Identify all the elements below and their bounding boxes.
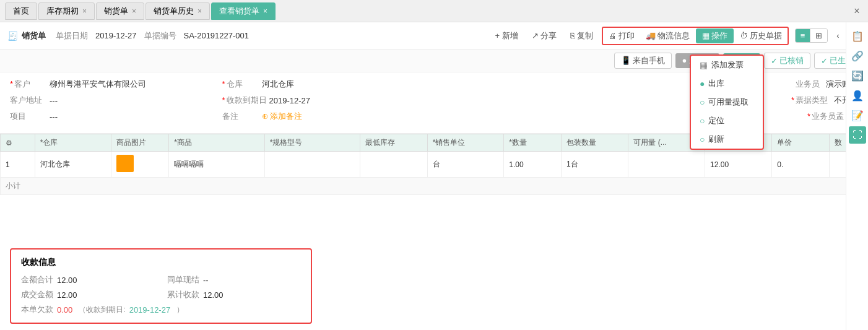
payment-section: 收款信息 金额合计 12.00 同单现结 -- 成交金额 12.00 bbox=[10, 248, 312, 324]
col-settings[interactable]: ⚙ bbox=[1, 134, 35, 152]
product-image bbox=[116, 155, 134, 172]
bottom-right bbox=[322, 242, 868, 330]
table-row: 1 河北仓库 嗝嗝嗝嗝 台 1.00 1台 12.00 0. bbox=[1, 152, 868, 178]
warehouse-value: 河北仓库 bbox=[262, 79, 294, 90]
payment-title: 收款信息 bbox=[21, 257, 301, 268]
project-field: 项目 --- bbox=[10, 111, 222, 122]
cell-product: 嗝嗝嗝嗝 bbox=[169, 152, 265, 178]
date-value: 2019-12-27 bbox=[95, 31, 137, 40]
available-icon: ○ bbox=[700, 97, 705, 107]
print-op-wrap: 🖨 打印 🚚 物流信息 ▦ 操作 ⏱ 历史单 bbox=[602, 27, 789, 45]
tab-inventory-init-close[interactable]: × bbox=[82, 7, 87, 15]
col-pack-qty: 包装数量 bbox=[562, 134, 628, 152]
bottom-left: 收款信息 金额合计 12.00 同单现结 -- 成交金额 12.00 bbox=[0, 242, 322, 330]
customer-field: *客户 柳州粤港平安气体有限公司 bbox=[10, 79, 222, 90]
due-date-value: 2019-12-27 bbox=[269, 96, 311, 105]
amount-total-item: 金额合计 12.00 bbox=[21, 274, 155, 285]
new-button[interactable]: + 新增 bbox=[490, 28, 523, 43]
tab-sales-order[interactable]: 销货单 × bbox=[96, 2, 144, 20]
col-qty: *数量 bbox=[504, 134, 562, 152]
list-view-button[interactable]: ≡ bbox=[796, 29, 811, 42]
phone-icon: 📱 bbox=[621, 56, 631, 65]
tab-inventory-init[interactable]: 库存期初 × bbox=[38, 2, 95, 20]
address-value: --- bbox=[50, 96, 58, 105]
logistics-button[interactable]: 🚚 物流信息 bbox=[641, 28, 695, 43]
staff-field: 业务员 演示账号 bbox=[434, 79, 858, 90]
col-product: *商品 bbox=[169, 134, 265, 152]
effect-check-icon: ✓ bbox=[821, 56, 828, 66]
cell-num: 1 bbox=[1, 152, 35, 178]
subtotal-row: 小计 bbox=[1, 178, 868, 195]
grid-view-button[interactable]: ⊞ bbox=[810, 29, 827, 42]
table-container: ⚙ *仓库 商品图片 *商品 *规格型号 最低库存 *销售单位 *数量 包装数量… bbox=[0, 134, 868, 242]
own-hint2: ） bbox=[176, 305, 184, 315]
menu-refresh[interactable]: ○ 刷新 bbox=[691, 130, 763, 149]
tab-sales-order-close[interactable]: × bbox=[132, 7, 136, 15]
col-warehouse: *仓库 bbox=[35, 134, 111, 152]
cell-img bbox=[111, 152, 169, 178]
sidebar-btn-4[interactable]: 👤 bbox=[849, 87, 866, 104]
sidebar-btn-5[interactable]: 📝 bbox=[849, 106, 866, 124]
col-spec: *规格型号 bbox=[264, 134, 360, 152]
header-bar: 🧾 销货单 单据日期 2019-12-27 单据编号 SA-20191227-0… bbox=[0, 22, 868, 50]
from-phone-button[interactable]: 📱 来自手机 bbox=[614, 53, 672, 69]
add-note-button[interactable]: ⊕ 添加备注 bbox=[262, 111, 303, 122]
tab-view-order[interactable]: 查看销货单 × bbox=[211, 2, 276, 20]
payment-grid: 金额合计 12.00 同单现结 -- 成交金额 12.00 累计收款 bbox=[21, 274, 301, 315]
own-amount-item: 本单欠款 0.00 （收款到期日: 2019-12-27 ） bbox=[21, 304, 301, 315]
cell-qty: 1.00 bbox=[504, 152, 562, 178]
right-sidebar: 📋 🔗 🔄 👤 📝 ⛶ bbox=[846, 22, 868, 330]
ticket-type-field: *票据类型 不开票 bbox=[434, 95, 858, 106]
sidebar-btn-3[interactable]: 🔄 bbox=[849, 67, 866, 84]
locate-icon: ○ bbox=[700, 116, 705, 126]
menu-available-qty[interactable]: ○ 可用量提取 bbox=[691, 93, 763, 111]
sidebar-btn-expand[interactable]: ⛶ bbox=[849, 126, 866, 144]
main-content: 🧾 销货单 单据日期 2019-12-27 单据编号 SA-20191227-0… bbox=[0, 22, 868, 330]
sold-button[interactable]: ✓ 已核销 bbox=[764, 53, 810, 69]
deal-amount-item: 成交金额 12.00 bbox=[21, 289, 155, 300]
cell-price: 0. bbox=[772, 152, 830, 178]
history-button[interactable]: ⏱ 历史单据 bbox=[735, 28, 787, 43]
operation-button[interactable]: ▦ 操作 bbox=[696, 28, 734, 43]
customer-value: 柳州粤港平安气体有限公司 bbox=[50, 79, 146, 90]
copy-button[interactable]: ⎘ 复制 bbox=[565, 28, 598, 43]
cell-available bbox=[628, 152, 705, 178]
menu-locate[interactable]: ○ 定位 bbox=[691, 111, 763, 130]
total-received-value: 12.00 bbox=[203, 290, 224, 300]
col-min-stock: 最低库存 bbox=[360, 134, 427, 152]
sidebar-btn-2[interactable]: 🔗 bbox=[849, 47, 866, 64]
cell-pack-qty: 1台 bbox=[562, 152, 628, 178]
dropdown-menu: ▦ 添加发票 ● 出库 ○ 可用量提取 ○ 定位 ○ 刷新 bbox=[690, 54, 764, 150]
prev-button[interactable]: ‹ bbox=[831, 29, 844, 42]
amount-total-value: 12.00 bbox=[57, 276, 77, 285]
col-product-img: 商品图片 bbox=[111, 134, 169, 152]
sidebar-btn-1[interactable]: 📋 bbox=[849, 27, 866, 45]
window-close-button[interactable]: × bbox=[851, 5, 863, 17]
share-button[interactable]: ↗ 分享 bbox=[527, 28, 562, 43]
note-field: 备注 ⊕ 添加备注 bbox=[222, 111, 435, 122]
due-date-field: *收款到期日 2019-12-27 bbox=[222, 95, 435, 106]
doc-title: 销货单 bbox=[22, 30, 46, 41]
tab-sales-history[interactable]: 销货单历史 × bbox=[145, 2, 210, 20]
print-button[interactable]: 🖨 打印 bbox=[604, 28, 640, 43]
col-price: 单价 bbox=[772, 134, 830, 152]
logistics-icon: 🚚 bbox=[646, 31, 656, 40]
tab-home[interactable]: 首页 bbox=[5, 2, 37, 20]
toolbar: + 新增 ↗ 分享 ⎘ 复制 🖨 打印 bbox=[490, 27, 861, 45]
menu-outbound[interactable]: ● 出库 bbox=[691, 74, 763, 93]
doc-icon: 🧾 bbox=[7, 31, 18, 41]
deal-amount-value: 12.00 bbox=[57, 290, 77, 300]
col-unit: *销售单位 bbox=[427, 134, 504, 152]
own-date: 2019-12-27 bbox=[129, 305, 171, 315]
tab-view-order-close[interactable]: × bbox=[263, 7, 267, 15]
doc-meta: 单据日期 2019-12-27 单据编号 SA-20191227-001 bbox=[56, 30, 490, 41]
sold-check-icon: ✓ bbox=[771, 56, 778, 66]
address-field: 客户地址 --- bbox=[10, 95, 222, 106]
staff2-field: *业务员孟 --- bbox=[434, 111, 858, 122]
tab-sales-history-close[interactable]: × bbox=[197, 7, 202, 15]
total-received-item: 累计收款 12.00 bbox=[167, 289, 301, 300]
cell-unit: 台 bbox=[427, 152, 504, 178]
menu-add-invoice[interactable]: ▦ 添加发票 bbox=[691, 56, 763, 74]
refresh-icon: ○ bbox=[700, 134, 705, 144]
share-icon: ↗ bbox=[532, 31, 539, 40]
